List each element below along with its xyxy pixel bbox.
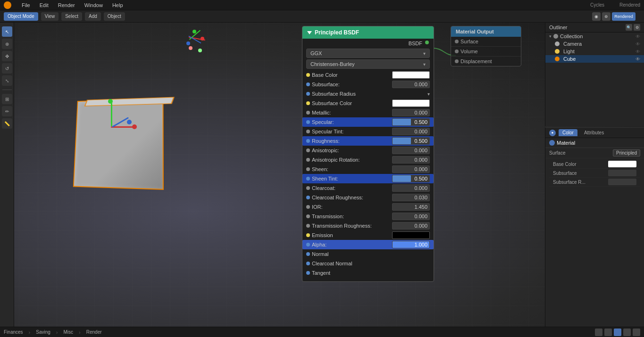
alpha-slider[interactable]: 1.000 — [392, 241, 430, 248]
cursor-tool-btn[interactable]: ⊕ — [2, 39, 12, 49]
bottom-item-0[interactable]: Finances — [4, 329, 23, 335]
outliner-search-btn[interactable]: 🔍 — [626, 24, 632, 31]
mat-subsurface-r-label: Subsurface R... — [553, 180, 606, 185]
move-tool-btn[interactable]: ✥ — [2, 51, 12, 61]
object-btn[interactable]: Object — [104, 12, 125, 21]
bottom-bar: Finances › Saving › Misc › Render — [0, 327, 644, 337]
subsurface-field[interactable]: 0.000 — [392, 81, 430, 88]
transmission-roughness-field[interactable]: 0.000 — [392, 222, 430, 230]
distribution-arrow: ▾ — [423, 51, 426, 56]
base-color-swatch[interactable] — [392, 71, 430, 79]
camera-eye-icon[interactable]: 👁 — [636, 41, 640, 47]
prop-sheen: Sheen: 0.000 — [302, 164, 434, 174]
bsdf-collapse-btn[interactable] — [307, 31, 312, 34]
outliner-title: Outliner — [549, 25, 568, 30]
clearcoat-roughness-field[interactable]: 0.030 — [392, 194, 430, 201]
cube-label: Cube — [563, 56, 576, 62]
outliner-header-buttons: 🔍 ⚙ — [626, 24, 640, 31]
bottom-item-2[interactable]: Misc — [64, 329, 74, 335]
anisotropic-label: Anisotropic: — [312, 148, 390, 153]
volume-label: Volume — [460, 49, 478, 54]
transmission-field[interactable]: 0.000 — [392, 213, 430, 220]
menu-render[interactable]: Render — [56, 2, 77, 8]
bottom-icon-2[interactable] — [604, 329, 612, 336]
prop-transmission-roughness: Transmission Roughness: 0.000 — [302, 221, 434, 230]
light-label: Light — [563, 49, 575, 54]
prop-base-color: Base Color — [302, 70, 434, 80]
outliner-header: Outliner 🔍 ⚙ — [545, 23, 644, 33]
measure-tool-btn[interactable]: 📏 — [2, 118, 12, 129]
metallic-field[interactable]: 0.000 — [392, 109, 430, 116]
prop-clearcoat: Clearcoat: 0.000 — [302, 183, 434, 193]
cube-object[interactable] — [73, 98, 163, 188]
surface-value-btn[interactable]: Principled — [613, 149, 640, 156]
select-tool-btn[interactable]: ↖ — [2, 26, 12, 37]
clearcoat-field[interactable]: 0.000 — [392, 184, 430, 192]
object-mode-btn[interactable]: Object Mode — [4, 12, 38, 21]
alpha-value: 1.000 — [414, 242, 427, 247]
viewport-gizmo-btn[interactable]: ⊕ — [602, 12, 611, 21]
mat-base-color-swatch[interactable] — [608, 161, 636, 167]
anisotropic-rotation-field[interactable]: 0.000 — [392, 156, 430, 164]
annotate-tool-btn[interactable]: ✏ — [2, 106, 12, 116]
sheen-tint-slider[interactable]: 0.500 — [392, 175, 430, 182]
transmission-roughness-label: Transmission Roughness: — [312, 223, 390, 229]
view-btn[interactable]: View — [41, 12, 59, 21]
rendered-btn[interactable]: Rendered — [612, 12, 636, 21]
bottom-icon-5[interactable] — [633, 329, 640, 336]
transform-tool-btn[interactable]: ⊞ — [2, 94, 12, 104]
specular-tint-field[interactable]: 0.000 — [392, 128, 430, 135]
subsurface-method-dropdown[interactable]: Christensen-Burley ▾ — [306, 59, 430, 69]
surface-row: Surface Principled — [545, 148, 644, 158]
clearcoat-label: Clearcoat: — [312, 185, 390, 191]
subsurface-socket — [306, 82, 310, 86]
alpha-socket — [306, 243, 310, 247]
tangent-socket — [306, 271, 310, 275]
metallic-value: 0.000 — [414, 110, 427, 115]
bottom-icon-3[interactable] — [614, 329, 621, 336]
bottom-icon-1[interactable] — [595, 329, 602, 336]
cube-eye-icon[interactable]: 👁 — [636, 57, 640, 62]
outliner-filter-btn[interactable]: ⚙ — [634, 24, 640, 31]
ior-field[interactable]: 1.450 — [392, 203, 430, 211]
emission-label: Emission — [312, 232, 390, 238]
mat-tab-attributes[interactable]: Attributes — [580, 129, 608, 136]
outliner-item-collection[interactable]: ▾ Collection 👁 — [545, 33, 644, 40]
bottom-item-3[interactable]: Render — [86, 329, 102, 335]
emission-swatch[interactable] — [392, 231, 430, 239]
bottom-item-1[interactable]: Saving — [36, 329, 50, 335]
prop-clearcoat-roughness: Clearcoat Roughness: 0.030 — [302, 193, 434, 202]
material-output-displacement: Displacement — [451, 57, 521, 66]
subsurface-color-swatch[interactable] — [392, 99, 430, 107]
bsdf-output-socket — [425, 41, 429, 44]
specular-slider[interactable]: 0.500 — [392, 118, 430, 126]
anisotropic-field[interactable]: 0.000 — [392, 147, 430, 154]
select-btn[interactable]: Select — [61, 12, 82, 21]
viewport-overlay-btn[interactable]: ◉ — [592, 12, 601, 21]
anisotropic-rotation-value: 0.000 — [414, 157, 427, 163]
menu-help[interactable]: Help — [110, 2, 125, 8]
distribution-dropdown[interactable]: GGX ▾ — [306, 49, 430, 58]
menu-window[interactable]: Window — [83, 2, 105, 8]
mat-subsurface-r-slider[interactable] — [608, 179, 636, 185]
subsurface-radius-arrow[interactable]: ▾ — [427, 91, 430, 97]
menu-edit[interactable]: Edit — [38, 2, 50, 8]
add-btn[interactable]: Add — [85, 12, 101, 21]
light-eye-icon[interactable]: 👁 — [636, 49, 640, 54]
eye-icon[interactable]: 👁 — [636, 34, 640, 39]
roughness-slider[interactable]: 0.500 — [392, 137, 430, 145]
mat-tab-color[interactable]: Color — [559, 129, 577, 136]
bottom-icon-4[interactable] — [623, 329, 631, 336]
outliner-item-camera[interactable]: Camera 👁 — [545, 40, 644, 48]
sheen-field[interactable]: 0.000 — [392, 165, 430, 173]
material-output-volume: Volume — [451, 47, 521, 57]
menu-file[interactable]: File — [20, 2, 32, 8]
outliner-item-light[interactable]: Light 👁 — [545, 48, 644, 55]
rotate-tool-btn[interactable]: ↺ — [2, 63, 12, 74]
scale-tool-btn[interactable]: ⤡ — [2, 75, 12, 86]
prop-alpha: Alpha: 1.000 — [302, 240, 434, 249]
anisotropic-rotation-socket — [306, 158, 310, 162]
material-name-row: Material — [545, 138, 644, 148]
mat-subsurface-slider[interactable] — [608, 170, 636, 176]
outliner-item-cube[interactable]: Cube 👁 — [545, 55, 644, 63]
